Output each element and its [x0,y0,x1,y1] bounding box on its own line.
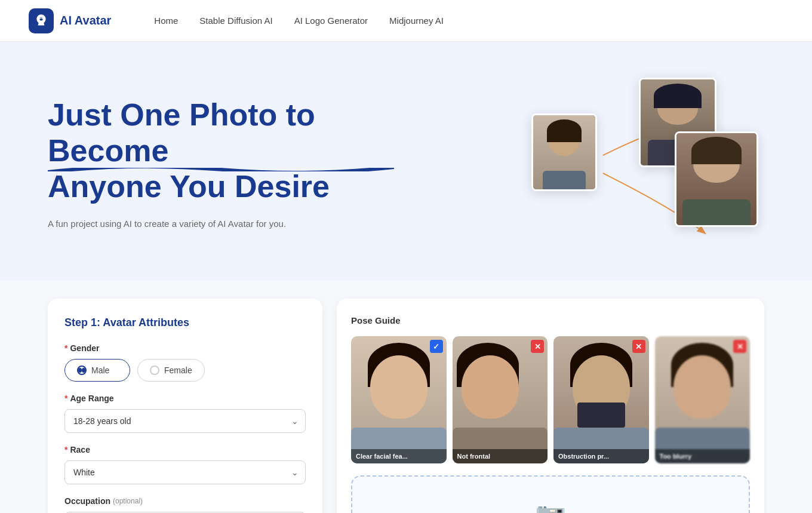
age-label: * Age Range [64,394,306,403]
pose2-badge: Not frontal [453,449,548,463]
pose2-check-icon: ✕ [531,340,544,353]
occupation-field: Occupation (optional) ✕ ▲ ▼ [64,496,306,513]
pose3-mask [577,403,625,428]
r2-body [682,199,751,225]
logo-text: AI Avatar [60,14,111,27]
step1-title: Step 1: Avatar Attributes [64,317,306,329]
hero-subtitle: A fun project using AI to create a varie… [48,217,394,231]
source-portrait [533,115,595,189]
age-select[interactable]: 18-28 years old 29-40 years old 41-60 ye… [64,409,306,433]
gender-male-option[interactable]: Male [64,359,130,382]
logo-svg [33,13,49,29]
camera-icon: 📷 [535,500,566,513]
gender-female-label: Female [164,365,192,375]
hero-section: Just One Photo to Become Anyone You Desi… [0,42,812,281]
portrait-body [543,171,586,189]
gender-male-dot [77,365,87,375]
hero-title: Just One Photo to Become Anyone You Desi… [48,97,394,204]
pose-portrait-2 [453,336,548,463]
gender-options: Male Female [64,359,306,382]
gender-field: * Gender Male Female [64,343,306,382]
r1-hair [654,84,702,107]
pose4-face [673,355,731,419]
pose-portrait-4 [655,336,751,463]
portrait-hair [547,119,581,142]
pose-item-3: ✕ Obstruction pr... [553,336,649,463]
hero-title-line1: Just One Photo to Become [48,97,394,169]
pose4-check-icon: ✕ [733,340,746,353]
radio-fill [78,368,82,373]
age-select-wrapper: 18-28 years old 29-40 years old 41-60 ye… [64,409,306,433]
pose3-check-icon: ✕ [632,340,645,353]
nav-home[interactable]: Home [154,16,178,26]
hero-images [513,78,764,251]
occupation-label: Occupation (optional) [64,496,306,506]
pose-portrait-3 [553,336,649,463]
gender-female-dot [150,365,159,375]
pose2-face [462,355,519,419]
nav-midjourney[interactable]: Midjourney AI [389,16,444,26]
pose1-face [370,355,427,419]
gender-male-label: Male [91,365,109,375]
hero-result-2 [675,131,758,227]
main-nav: Home Stable Diffusion AI AI Logo Generat… [154,16,444,26]
occupation-optional: (optional) [113,497,143,505]
race-label: * Race [64,445,306,454]
gender-label: * Gender [64,343,306,353]
step1-card: Step 1: Avatar Attributes * Gender Male … [48,299,322,513]
pose-portrait-1 [351,336,447,463]
pose-guide-card: Pose Guide ✓ Clear facial fea... [337,299,764,513]
gender-female-option[interactable]: Female [137,359,205,382]
result2-portrait [676,133,756,225]
pose-item-2: ✕ Not frontal [453,336,548,463]
hero-text: Just One Photo to Become Anyone You Desi… [48,97,394,231]
pose1-check-icon: ✓ [430,340,443,353]
age-field: * Age Range 18-28 years old 29-40 years … [64,394,306,433]
r2-hair [691,137,741,164]
logo[interactable]: AI Avatar [29,8,111,33]
logo-icon [29,8,54,33]
pose-examples-grid: ✓ Clear facial fea... ✕ Not frontal [351,336,750,463]
race-select[interactable]: White Asian Black Hispanic Other [64,460,306,484]
main-content: Step 1: Avatar Attributes * Gender Male … [0,281,812,513]
nav-ai-logo[interactable]: AI Logo Generator [294,16,368,26]
gender-required: * [64,343,67,353]
header: AI Avatar Home Stable Diffusion AI AI Lo… [0,0,812,42]
pose-item-1: ✓ Clear facial fea... [351,336,447,463]
pose1-badge: Clear facial fea... [351,449,447,463]
pose4-badge: Too blurry [655,449,751,463]
hero-title-line2: Anyone You Desire [48,169,330,204]
pose3-badge: Obstruction pr... [553,449,649,463]
pose-guide-title: Pose Guide [351,315,750,325]
race-select-wrapper: White Asian Black Hispanic Other ⌄ [64,460,306,484]
nav-stable-diffusion[interactable]: Stable Diffusion AI [199,16,272,26]
hero-source-photo [531,113,597,191]
race-field: * Race White Asian Black Hispanic Other … [64,445,306,484]
upload-area[interactable]: 📷 [351,475,750,513]
pose-item-4: ✕ Too blurry [655,336,751,463]
